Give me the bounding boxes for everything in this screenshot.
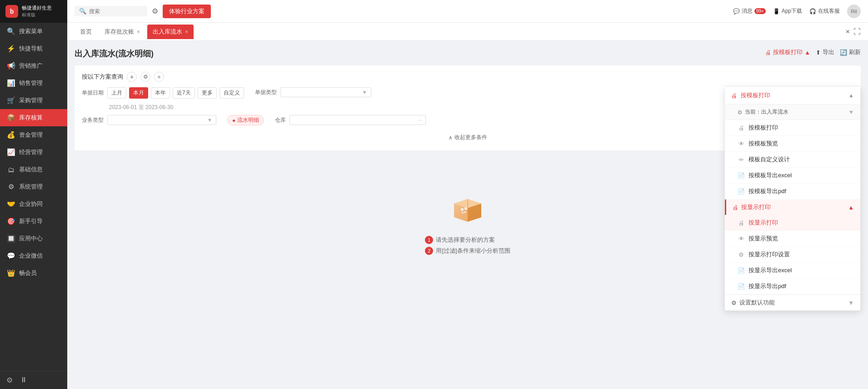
display-print-label: 按显示打印 bbox=[748, 219, 778, 227]
business-type-arrow-icon: ▼ bbox=[207, 117, 212, 123]
filter-tag-field: ● 流水明细 bbox=[227, 115, 264, 125]
search-icon: 🔍 bbox=[6, 27, 15, 35]
empty-tip-1: 1 请先选择要分析的方案 bbox=[425, 236, 510, 244]
sidebar-item-guide[interactable]: 🎯 新手引导 bbox=[0, 213, 67, 230]
template-design-icon: ✏ bbox=[738, 156, 745, 163]
dropdown-display-export-excel[interactable]: 📄 按显示导出excel bbox=[725, 263, 860, 279]
sidebar-item-system[interactable]: ⚙ 系统管理 bbox=[0, 178, 67, 195]
print-dropdown-panel: 🖨 按模板打印 ▲ ⊙ 当前：出入库流水 ▼ 🖨 按模板打印 👁 按 bbox=[724, 86, 861, 311]
current-label: 当前：出入库流水 bbox=[745, 108, 788, 116]
tab-close-batch[interactable]: × bbox=[137, 29, 140, 35]
tag-icon: ● bbox=[232, 117, 235, 124]
settings-gear-icon[interactable]: ⚙ bbox=[152, 7, 158, 15]
search-input[interactable] bbox=[89, 8, 135, 15]
dropdown-display-export-pdf[interactable]: 📄 按显示导出pdf bbox=[725, 279, 860, 294]
warehouse-select[interactable]: ··· bbox=[289, 115, 426, 125]
display-print-icon: 🖨 bbox=[738, 219, 745, 226]
voucher-type-select[interactable]: ▼ bbox=[280, 87, 371, 97]
date-btn-more[interactable]: 更多 bbox=[198, 87, 217, 99]
svg-point-5 bbox=[464, 207, 467, 210]
footer-label: 设置默认功能 bbox=[739, 299, 775, 307]
dropdown-collapse-icon[interactable]: ▲ bbox=[848, 92, 854, 99]
dropdown-display-section[interactable]: 🖨 按显示打印 ▲ bbox=[725, 199, 860, 215]
industry-btn[interactable]: 体验行业方案 bbox=[163, 5, 211, 18]
dropdown-template-export-pdf[interactable]: 📄 按模板导出pdf bbox=[725, 184, 860, 199]
display-pdf-label: 按显示导出pdf bbox=[748, 282, 786, 290]
dropdown-display-print[interactable]: 🖨 按显示打印 bbox=[725, 215, 860, 231]
sidebar-item-label: 企业微信 bbox=[19, 252, 43, 260]
warehouse-more-icon: ··· bbox=[418, 117, 422, 123]
dropdown-template-design[interactable]: ✏ 模板自定义设计 bbox=[725, 152, 860, 168]
business-type-select[interactable]: ▼ bbox=[107, 115, 216, 125]
app-download-area[interactable]: 📱 App下载 bbox=[773, 7, 802, 15]
dropdown-template-preview[interactable]: 👁 按模板预览 bbox=[725, 136, 860, 152]
search-box[interactable]: 🔍 bbox=[75, 6, 147, 16]
sidebar-item-marketing[interactable]: 📢 营销推广 bbox=[0, 57, 67, 75]
filter-label: 按以下方案查询 bbox=[82, 73, 123, 81]
sidebar-item-sales[interactable]: 📊 销售管理 bbox=[0, 75, 67, 92]
tab-home[interactable]: 首页 bbox=[75, 25, 97, 39]
sidebar-item-shortcut[interactable]: ⚡ 快捷导航 bbox=[0, 40, 67, 57]
tab-close-all-icon[interactable]: × bbox=[846, 28, 850, 36]
member-icon: 👑 bbox=[6, 269, 15, 277]
dropdown-template-export-excel[interactable]: 📄 按模板导出excel bbox=[725, 168, 860, 184]
topbar-right: 💬 消息 99+ 📱 App下载 🎧 在线客服 Rit bbox=[733, 5, 861, 18]
date-btn-7days[interactable]: 近7天 bbox=[173, 87, 195, 99]
notice-area[interactable]: 💬 消息 99+ bbox=[733, 7, 766, 15]
online-service-area[interactable]: 🎧 在线客服 bbox=[809, 7, 840, 15]
sidebar-item-weixin[interactable]: 💬 企业微信 bbox=[0, 247, 67, 264]
sidebar-item-purchase[interactable]: 🛒 采购管理 bbox=[0, 92, 67, 109]
tag-label: 流水明细 bbox=[237, 116, 259, 124]
sidebar-item-member[interactable]: 👑 畅会员 bbox=[0, 264, 67, 282]
refresh-label: 刷新 bbox=[849, 48, 861, 56]
filter-tag: ● 流水明细 bbox=[227, 115, 264, 125]
display-excel-label: 按显示导出excel bbox=[748, 266, 792, 274]
filter-add-btn[interactable]: + bbox=[127, 72, 137, 82]
date-btn-custom[interactable]: 自定义 bbox=[219, 87, 244, 99]
sidebar-item-appcenter[interactable]: 🔲 应用中心 bbox=[0, 230, 67, 247]
sidebar-item-finance[interactable]: 💰 资金管理 bbox=[0, 126, 67, 144]
app-logo: b 畅捷通好生意 标准版 bbox=[0, 0, 67, 23]
user-avatar[interactable]: Rit bbox=[847, 5, 861, 18]
sidebar-item-label: 基础信息 bbox=[19, 165, 43, 174]
main-area: 🔍 ⚙ 体验行业方案 💬 消息 99+ 📱 App下载 🎧 在线客服 Rit bbox=[67, 0, 868, 389]
collapse-icon[interactable]: ⏸ bbox=[20, 376, 27, 384]
sidebar-item-coop[interactable]: 🤝 企业协同 bbox=[0, 195, 67, 213]
settings-icon[interactable]: ⚙ bbox=[6, 376, 13, 384]
date-btn-last-month[interactable]: 上月 bbox=[107, 87, 126, 99]
dropdown-template-print[interactable]: 🖨 按模板打印 bbox=[725, 120, 860, 136]
collapse-up-icon: ∧ bbox=[449, 135, 453, 141]
sidebar-item-basic[interactable]: 🗂 基础信息 bbox=[0, 161, 67, 178]
tab-inventory-flow[interactable]: 出入库流水 × bbox=[147, 25, 194, 39]
date-btn-this-year[interactable]: 本年 bbox=[151, 87, 170, 99]
voucher-type-label: 单据类型 bbox=[255, 89, 277, 96]
filter-settings-btn[interactable]: ⚙ bbox=[140, 72, 150, 82]
sidebar-item-search[interactable]: 🔍 搜索菜单 bbox=[0, 23, 67, 40]
export-toolbar-item[interactable]: ⬆ 导出 bbox=[816, 48, 834, 56]
dropdown-display-settings[interactable]: ⚙ 按显示打印设置 bbox=[725, 247, 860, 263]
topbar: 🔍 ⚙ 体验行业方案 💬 消息 99+ 📱 App下载 🎧 在线客服 Rit bbox=[67, 0, 868, 23]
tab-inventory-flow-label: 出入库流水 bbox=[153, 28, 182, 36]
display-excel-icon: 📄 bbox=[738, 267, 745, 274]
shortcut-icon: ⚡ bbox=[6, 45, 15, 53]
dropdown-footer[interactable]: ⚙ 设置默认功能 ▼ bbox=[725, 294, 860, 310]
template-pdf-label: 按模板导出pdf bbox=[748, 187, 786, 195]
template-pdf-icon: 📄 bbox=[738, 188, 745, 195]
tab-close-flow[interactable]: × bbox=[185, 29, 188, 35]
date-range-text: 2023-06-01 至 2023-06-30 bbox=[109, 104, 173, 110]
dropdown-display-preview[interactable]: 👁 按显示预览 bbox=[725, 231, 860, 247]
tab-fullscreen-icon[interactable]: ⛶ bbox=[853, 28, 861, 36]
sidebar-item-label: 畅会员 bbox=[19, 269, 37, 277]
refresh-toolbar-item[interactable]: 🔄 刷新 bbox=[840, 48, 861, 56]
filter-collapse-left-btn[interactable]: « bbox=[154, 72, 164, 82]
finance-icon: 💰 bbox=[6, 131, 15, 139]
page-content: 出入库流水(流水明细) 按以下方案查询 + ⚙ « 单据日期 上月 本月 本年 … bbox=[67, 41, 868, 389]
display-settings-icon: ⚙ bbox=[738, 251, 745, 258]
tip-text-2: 用[过滤]条件来缩小分析范围 bbox=[436, 247, 510, 255]
sidebar-item-inventory[interactable]: 📦 库存核算 bbox=[0, 109, 67, 126]
print-toolbar-item[interactable]: 🖨 按模板打印 ▲ bbox=[765, 48, 810, 56]
sidebar-item-operation[interactable]: 📈 经营管理 bbox=[0, 144, 67, 161]
tab-inventory-batch[interactable]: 库存批次账 × bbox=[99, 25, 145, 39]
date-btn-this-month[interactable]: 本月 bbox=[129, 87, 148, 99]
refresh-icon: 🔄 bbox=[840, 49, 847, 56]
